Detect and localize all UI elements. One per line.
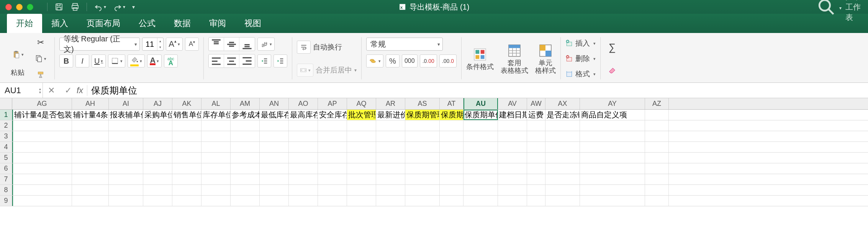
spreadsheet-grid[interactable]: AGAHAIAJAKALAMANAOAPAQARASATAUAVAWAXAYAZ… <box>0 98 868 206</box>
cell[interactable] <box>72 163 109 174</box>
cell[interactable] <box>143 185 172 195</box>
cell[interactable] <box>440 153 463 163</box>
row-header[interactable]: 7 <box>0 174 12 184</box>
accounting-format-button[interactable] <box>366 54 383 67</box>
cell[interactable] <box>72 185 109 195</box>
cell[interactable] <box>463 163 498 174</box>
column-header-AX[interactable]: AX <box>545 98 580 109</box>
cell[interactable] <box>318 185 347 195</box>
format-table-button[interactable]: 套用 表格格式 <box>501 43 528 74</box>
cell[interactable] <box>172 185 201 195</box>
column-header-AU[interactable]: AU <box>463 98 498 109</box>
cell-styles-button[interactable]: 单元 格样式 <box>535 43 556 74</box>
select-all-corner[interactable] <box>0 98 12 109</box>
cell[interactable] <box>12 163 72 174</box>
cell[interactable] <box>72 142 109 152</box>
cell[interactable] <box>347 185 376 195</box>
format-cells-button[interactable]: 格式 <box>565 69 596 79</box>
cell[interactable]: 辅计量4是否包装单位 <box>12 110 72 120</box>
redo-icon[interactable]: ▾ <box>113 2 125 12</box>
sheet-search[interactable]: 搜索工作表 <box>816 0 863 23</box>
tab-formulas[interactable]: 公式 <box>129 14 165 33</box>
cell[interactable] <box>289 120 318 131</box>
cell[interactable] <box>201 153 231 163</box>
cell[interactable] <box>289 142 318 152</box>
font-name-select[interactable]: 等线 Regular (正文) <box>59 38 140 51</box>
cell[interactable] <box>201 196 231 206</box>
cell[interactable] <box>289 196 318 206</box>
tab-insert[interactable]: 插入 <box>42 14 77 33</box>
cell[interactable] <box>231 163 260 174</box>
cell[interactable] <box>405 120 440 131</box>
cell[interactable]: 运费 <box>527 110 545 120</box>
cell[interactable]: 保质期单位 <box>463 110 498 120</box>
cell[interactable] <box>72 196 109 206</box>
row-header[interactable]: 1 <box>0 110 12 120</box>
column-header-AH[interactable]: AH <box>72 98 109 109</box>
cell[interactable] <box>289 174 318 184</box>
cell[interactable] <box>376 131 405 142</box>
align-bottom-icon[interactable] <box>239 38 255 51</box>
column-header-AK[interactable]: AK <box>172 98 201 109</box>
cell[interactable] <box>347 142 376 152</box>
cell[interactable] <box>463 174 498 184</box>
tab-data[interactable]: 数据 <box>165 14 200 33</box>
cell[interactable]: 最新进价 <box>376 110 405 120</box>
cell[interactable] <box>347 120 376 131</box>
horizontal-align-segment[interactable] <box>208 54 255 68</box>
cell[interactable] <box>645 153 669 163</box>
cell[interactable] <box>440 196 463 206</box>
cell[interactable] <box>143 196 172 206</box>
cell[interactable]: 最低库存 <box>260 110 289 120</box>
cell[interactable] <box>72 120 109 131</box>
cell[interactable] <box>172 153 201 163</box>
cell[interactable] <box>109 142 143 152</box>
cell[interactable] <box>527 131 545 142</box>
cell[interactable] <box>109 153 143 163</box>
cell[interactable] <box>318 196 347 206</box>
cell[interactable] <box>347 153 376 163</box>
save-icon[interactable] <box>54 2 64 12</box>
cell[interactable] <box>498 196 527 206</box>
cell[interactable] <box>260 174 289 184</box>
cell[interactable]: 销售单位 <box>172 110 201 120</box>
cell[interactable] <box>231 142 260 152</box>
cell[interactable] <box>201 142 231 152</box>
cell[interactable] <box>318 153 347 163</box>
increase-decimal-button[interactable]: .0.00 <box>420 54 437 67</box>
cell[interactable] <box>260 185 289 195</box>
cell[interactable] <box>231 174 260 184</box>
cell[interactable] <box>376 196 405 206</box>
cell[interactable] <box>72 153 109 163</box>
cell[interactable] <box>109 174 143 184</box>
wrap-text-button[interactable]: 自动换行 <box>297 41 357 54</box>
fx-icon[interactable]: fx <box>77 86 83 95</box>
cell[interactable] <box>12 185 72 195</box>
cell[interactable] <box>645 142 669 152</box>
clear-button[interactable] <box>605 64 619 77</box>
decrease-font-button[interactable]: A▾ <box>185 38 199 51</box>
cell[interactable] <box>580 185 645 195</box>
row-header[interactable]: 6 <box>0 163 12 174</box>
column-header-AW[interactable]: AW <box>527 98 545 109</box>
cell[interactable] <box>527 153 545 163</box>
vertical-align-segment[interactable] <box>208 37 255 51</box>
percent-format-button[interactable]: % <box>386 54 400 67</box>
qat-customize-icon[interactable]: ▾ <box>132 4 135 10</box>
cell[interactable]: 参考成本 <box>231 110 260 120</box>
cell[interactable] <box>527 163 545 174</box>
cell[interactable] <box>376 120 405 131</box>
cell[interactable] <box>143 142 172 152</box>
row-header[interactable]: 2 <box>0 120 12 131</box>
cell[interactable] <box>201 174 231 184</box>
column-header-AI[interactable]: AI <box>109 98 143 109</box>
cell[interactable] <box>645 163 669 174</box>
formula-input[interactable] <box>87 85 868 96</box>
cell[interactable] <box>463 142 498 152</box>
delete-cells-button[interactable]: 删除 <box>565 54 596 64</box>
cell[interactable] <box>376 153 405 163</box>
cell[interactable]: 保质期管理 <box>405 110 440 120</box>
cell[interactable] <box>109 120 143 131</box>
cell[interactable] <box>376 163 405 174</box>
cell[interactable] <box>463 185 498 195</box>
